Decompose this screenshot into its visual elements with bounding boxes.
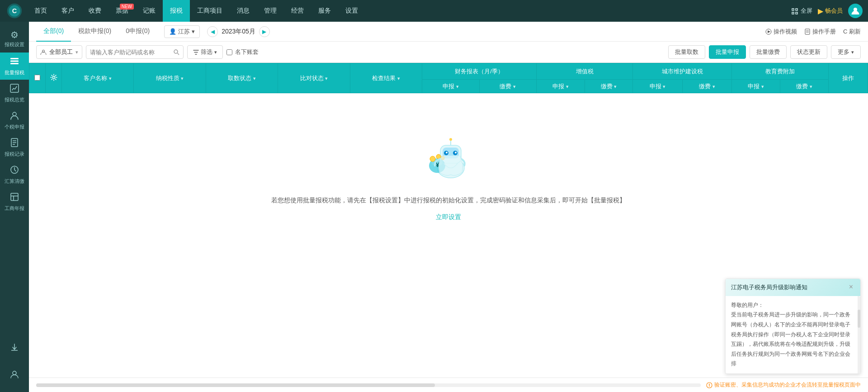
svg-rect-3 <box>792 9 794 10</box>
filter-icon[interactable]: ▾ <box>456 84 459 89</box>
employee-selector[interactable]: 全部员工 ▾ <box>36 45 82 59</box>
filter-icon[interactable]: ▾ <box>614 84 617 89</box>
sidebar-item-annual-report[interactable]: 工商年报 <box>0 188 29 215</box>
chevron-down-icon: ▾ <box>75 49 78 55</box>
app-logo[interactable]: C <box>5 2 24 20</box>
date-display: 2023年05月 <box>222 28 255 36</box>
empty-state-row: ¥ <box>29 93 868 240</box>
sidebar-item-tax-settings[interactable]: ⚙ 报税设置 <box>0 25 29 53</box>
notification-text: 尊敬的用户： 受当前电子税务局进一步升级的影响，同一个政务网账号（办税人）名下的… <box>731 301 855 369</box>
empty-state-description: 若您想使用批量报税功能，请先在【报税设置】中进行报税的初始化设置，完成密码验证和… <box>271 195 626 206</box>
urban-declare-sub: 申报 ▾ <box>633 80 683 93</box>
svg-point-38 <box>449 138 452 141</box>
refresh-btn[interactable]: C 刷新 <box>843 28 861 36</box>
date-next-btn[interactable]: ▶ <box>259 26 270 37</box>
svg-rect-11 <box>10 84 19 92</box>
tab-zero-declare[interactable]: 0申报(0) <box>118 22 157 42</box>
checkbox-header <box>29 63 46 93</box>
filter-icon[interactable]: ▾ <box>397 76 400 81</box>
sidebar-item-personal-tax[interactable]: 个税申报 <box>0 107 29 134</box>
tab-tax-declare[interactable]: 税款申报(0) <box>71 22 118 42</box>
empty-state: ¥ <box>29 93 868 239</box>
search-input[interactable] <box>90 49 171 56</box>
filter-icon[interactable]: ▾ <box>253 76 256 81</box>
settings-header[interactable] <box>46 63 62 93</box>
vat-header: 增值税 <box>536 63 632 80</box>
search-input-wrap <box>86 45 184 59</box>
person-icon <box>40 49 47 55</box>
sidebar: ⚙ 报税设置 批量报税 报税总览 <box>0 22 29 392</box>
vip-btn[interactable]: ▶ 畅会员 <box>818 7 843 15</box>
filter-icon[interactable]: ▾ <box>181 76 184 81</box>
sidebar-item-tax-records[interactable]: 报税记录 <box>0 134 29 161</box>
svg-rect-10 <box>10 63 19 64</box>
fullscreen-btn[interactable]: 全屏 <box>792 7 812 15</box>
svg-point-20 <box>13 371 16 375</box>
status-update-btn[interactable]: 状态更新 <box>790 45 827 59</box>
sidebar-download[interactable] <box>0 334 29 361</box>
nav-bookkeeping[interactable]: 记账 <box>136 0 163 22</box>
subordinate-accounts-checkbox[interactable]: 名下账套 <box>226 48 259 56</box>
date-prev-btn[interactable]: ◀ <box>207 26 218 37</box>
user-avatar[interactable] <box>848 4 863 18</box>
operation-video-btn[interactable]: 操作视频 <box>765 28 797 36</box>
edu-declare-sub: 申报 ▾ <box>732 80 780 93</box>
sidebar-user[interactable] <box>0 361 29 388</box>
nav-billing[interactable]: 收费 <box>81 0 108 22</box>
select-all-checkbox[interactable] <box>34 75 40 81</box>
nav-invoice[interactable]: 票据 NEW <box>108 0 136 22</box>
filter-icon[interactable]: ▾ <box>761 84 764 89</box>
svg-rect-4 <box>796 9 797 10</box>
batch-fetch-btn[interactable]: 批量取数 <box>668 45 705 59</box>
filter-icon[interactable]: ▾ <box>566 84 569 89</box>
sidebar-bottom <box>0 334 29 392</box>
svg-rect-8 <box>10 58 19 59</box>
svg-point-42 <box>430 156 435 162</box>
nav-tax[interactable]: 报税 <box>163 0 190 22</box>
notification-close-btn[interactable]: × <box>847 283 855 291</box>
operation-manual-btn[interactable]: 操作手册 <box>804 28 836 36</box>
filter-icon[interactable]: ▾ <box>663 84 665 89</box>
filter-icon[interactable]: ▾ <box>810 84 812 89</box>
notification-scrollbar[interactable] <box>858 296 860 373</box>
compare-status-header: 比对状态 ▾ <box>278 63 350 93</box>
svg-point-47 <box>709 386 710 387</box>
svg-point-29 <box>52 76 55 79</box>
search-icon[interactable] <box>173 49 179 55</box>
setup-link[interactable]: 立即设置 <box>436 213 461 221</box>
download-icon <box>10 343 19 353</box>
filter-icon[interactable]: ▾ <box>712 84 715 89</box>
sidebar-item-settlement[interactable]: 汇算清缴 <box>0 161 29 188</box>
nav-manage[interactable]: 管理 <box>257 0 284 22</box>
tab-all[interactable]: 全部(0) <box>36 22 71 42</box>
nav-operation[interactable]: 经营 <box>284 0 311 22</box>
column-settings-icon <box>50 74 57 81</box>
batch-declare-btn[interactable]: 批量申报 <box>709 45 746 59</box>
province-selector[interactable]: 👤 江苏 ▾ <box>164 25 200 38</box>
filter-icon[interactable]: ▾ <box>513 84 516 89</box>
subordinate-checkbox-input[interactable] <box>226 49 232 55</box>
nav-service[interactable]: 服务 <box>311 0 338 22</box>
notification-body: 尊敬的用户： 受当前电子税务局进一步升级的影响，同一个政务网账号（办税人）名下的… <box>726 296 860 373</box>
horizontal-scrollbar[interactable] <box>36 383 701 387</box>
nav-customer[interactable]: 客户 <box>54 0 81 22</box>
education-surcharge-header: 教育费附加 <box>732 63 828 80</box>
nav-home[interactable]: 首页 <box>27 0 54 22</box>
nav-message[interactable]: 消息 <box>230 0 257 22</box>
nav-settings[interactable]: 设置 <box>338 0 365 22</box>
more-btn[interactable]: 更多 ▾ <box>831 45 861 59</box>
toolbar-right: 批量取数 批量申报 批量缴费 状态更新 更多 ▾ <box>668 45 861 59</box>
notification-title: 江苏电子税务局升级影响通知 <box>731 283 807 292</box>
sidebar-item-tax-overview[interactable]: 报税总览 <box>0 80 29 107</box>
toolbar: 全部员工 ▾ 筛选 ▾ 名下账套 <box>29 42 868 63</box>
scrollbar-thumb <box>36 383 435 387</box>
nav-business[interactable]: 工商项目 <box>190 0 230 22</box>
filter-icon[interactable]: ▾ <box>109 76 112 81</box>
filter-icon <box>193 49 199 55</box>
table-body: ¥ <box>29 93 868 240</box>
new-badge: NEW <box>120 4 134 10</box>
filter-btn[interactable]: 筛选 ▾ <box>187 45 223 59</box>
batch-pay-btn[interactable]: 批量缴费 <box>750 45 787 59</box>
filter-icon[interactable]: ▾ <box>325 76 328 81</box>
sidebar-item-batch-tax[interactable]: 批量报税 <box>0 53 29 80</box>
